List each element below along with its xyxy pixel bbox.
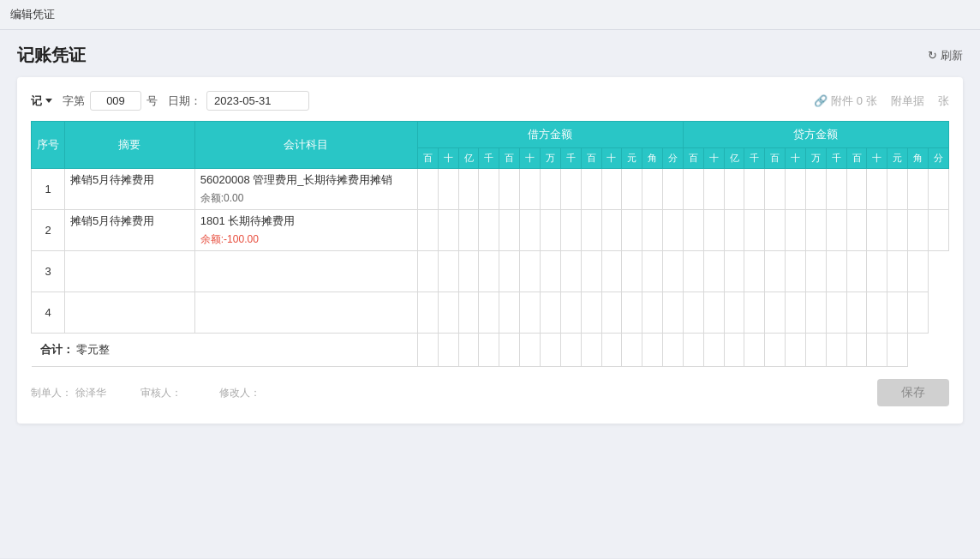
row2-c12[interactable]	[908, 210, 929, 251]
date-input[interactable]	[206, 91, 309, 111]
table-row: 1 摊销5月待摊费用 56020008 管理费用_长期待摊费用摊销 余额	[32, 169, 949, 210]
row4-seq: 4	[32, 292, 65, 334]
row1-d12[interactable]	[642, 169, 663, 210]
row2-c10[interactable]	[867, 210, 887, 251]
row1-d10[interactable]	[601, 169, 622, 210]
row1-account[interactable]: 56020008 管理费用_长期待摊费用摊销 余额:0.00	[194, 169, 417, 210]
row3-summary[interactable]	[65, 251, 195, 292]
row2-c8[interactable]	[826, 210, 846, 251]
row3-account[interactable]	[194, 251, 417, 292]
meta-right: 🔗 附件 0 张 附单据 张	[814, 93, 949, 109]
voucher-type-selector[interactable]: 记	[31, 93, 52, 109]
row1-c8[interactable]	[826, 169, 846, 210]
serial-label: 字第	[63, 93, 85, 109]
row1-d8[interactable]	[560, 169, 581, 210]
sub-credit-1: 百	[683, 148, 703, 169]
row1-d13[interactable]	[663, 169, 684, 210]
modifier-label: 修改人：	[219, 386, 260, 400]
row1-seq: 1	[32, 169, 65, 210]
reviewer-label: 审核人：	[140, 386, 182, 400]
row2-d9[interactable]	[581, 210, 601, 251]
sub-debit-3: 亿	[458, 148, 479, 169]
maker-item: 制单人： 徐泽华	[31, 386, 106, 400]
row2-c1[interactable]	[683, 210, 703, 251]
serial-group: 字第 号	[63, 91, 158, 111]
row4-account[interactable]	[194, 292, 417, 334]
row2-account[interactable]: 1801 长期待摊费用 余额:-100.00	[194, 210, 417, 251]
row1-c7[interactable]	[805, 169, 826, 210]
row2-d4[interactable]	[479, 210, 499, 251]
attachment-count: 0	[857, 94, 863, 107]
row1-d6[interactable]	[520, 169, 541, 210]
row2-c3[interactable]	[724, 210, 744, 251]
row1-d9[interactable]	[581, 169, 601, 210]
row1-d2[interactable]	[438, 169, 458, 210]
sub-debit-8: 千	[560, 148, 581, 169]
row2-c9[interactable]	[846, 210, 867, 251]
row2-c2[interactable]	[703, 210, 724, 251]
row2-c5[interactable]	[765, 210, 786, 251]
row1-balance: 余额:0.00	[200, 191, 412, 206]
refresh-icon: ↻	[928, 49, 937, 62]
serial-number-input[interactable]	[90, 91, 141, 111]
table-wrapper: 序号 摘要 会计科目 借方金额 贷方金额 百 十 亿 千 百 十 万	[31, 121, 949, 367]
row2-d1[interactable]	[417, 210, 438, 251]
attachment-doc-label: 附单据	[891, 93, 924, 109]
chevron-down-icon	[45, 99, 52, 103]
sub-credit-3: 亿	[724, 148, 744, 169]
row1-c10[interactable]	[867, 169, 887, 210]
row1-d1[interactable]	[417, 169, 438, 210]
sub-credit-7: 万	[805, 148, 826, 169]
row2-c4[interactable]	[744, 210, 765, 251]
serial-unit: 号	[146, 93, 158, 109]
row2-d6[interactable]	[520, 210, 541, 251]
row2-d7[interactable]	[540, 210, 560, 251]
refresh-button[interactable]: ↻ 刷新	[928, 48, 963, 63]
row2-c13[interactable]	[929, 210, 949, 251]
voucher-type-group: 记	[31, 93, 52, 109]
row2-c7[interactable]	[805, 210, 826, 251]
row1-summary[interactable]: 摊销5月待摊费用	[65, 169, 195, 210]
page-header: 记账凭证 ↻ 刷新	[17, 44, 963, 67]
header-seq: 序号	[32, 122, 65, 169]
row4-summary[interactable]	[65, 292, 195, 334]
row2-d8[interactable]	[560, 210, 581, 251]
row2-c6[interactable]	[786, 210, 806, 251]
footer-row: 制单人： 徐泽华 审核人： 修改人： 保存	[31, 379, 949, 406]
attachment-link-icon: 🔗	[814, 94, 828, 107]
table-row: 3	[32, 251, 949, 292]
row2-summary[interactable]: 摊销5月待摊费用	[65, 210, 195, 251]
row1-d7[interactable]	[540, 169, 560, 210]
row1-c5[interactable]	[765, 169, 786, 210]
row1-c13[interactable]	[929, 169, 949, 210]
sub-credit-13: 分	[929, 148, 949, 169]
save-button[interactable]: 保存	[877, 379, 949, 406]
modifier-item: 修改人：	[219, 386, 264, 400]
sub-debit-1: 百	[417, 148, 438, 169]
voucher-table: 序号 摘要 会计科目 借方金额 贷方金额 百 十 亿 千 百 十 万	[31, 121, 949, 367]
row1-d3[interactable]	[458, 169, 479, 210]
row1-c6[interactable]	[786, 169, 806, 210]
sub-debit-2: 十	[438, 148, 458, 169]
row1-d11[interactable]	[622, 169, 642, 210]
row1-c4[interactable]	[744, 169, 765, 210]
row2-d2[interactable]	[438, 210, 458, 251]
row2-d12[interactable]	[642, 210, 663, 251]
row1-d5[interactable]	[499, 169, 520, 210]
header-account: 会计科目	[194, 122, 417, 169]
row1-c1[interactable]	[683, 169, 703, 210]
row2-d10[interactable]	[601, 210, 622, 251]
row1-c12[interactable]	[908, 169, 929, 210]
row1-c3[interactable]	[724, 169, 744, 210]
window-title: 编辑凭证	[10, 8, 55, 21]
row1-c9[interactable]	[846, 169, 867, 210]
row1-c2[interactable]	[703, 169, 724, 210]
row2-d11[interactable]	[622, 210, 642, 251]
row2-c11[interactable]	[887, 210, 908, 251]
sub-credit-11: 元	[887, 148, 908, 169]
row2-d13[interactable]	[663, 210, 684, 251]
row1-d4[interactable]	[479, 169, 499, 210]
row1-c11[interactable]	[887, 169, 908, 210]
row2-d5[interactable]	[499, 210, 520, 251]
row2-d3[interactable]	[458, 210, 479, 251]
